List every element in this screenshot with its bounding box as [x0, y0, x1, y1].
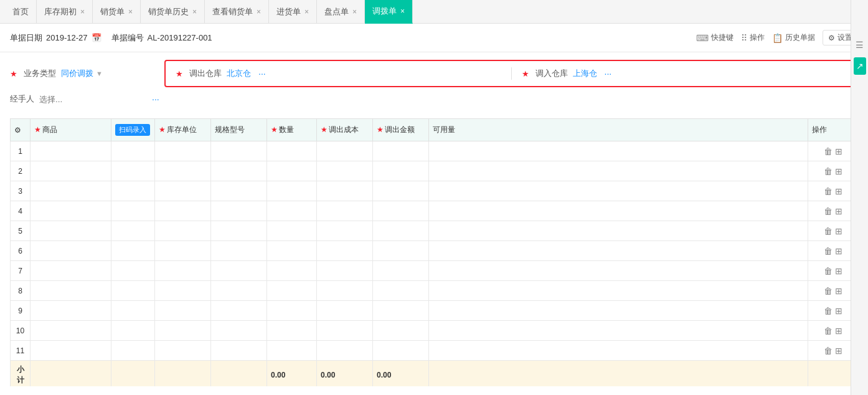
biz-type-select[interactable]: 同价调拨 ▼ — [61, 68, 154, 79]
delete-icon[interactable]: 🗑 — [824, 266, 833, 276]
unit-cell[interactable] — [155, 341, 211, 361]
delete-icon[interactable]: 🗑 — [824, 206, 833, 216]
product-cell[interactable] — [31, 141, 111, 161]
spec-cell[interactable] — [211, 261, 267, 281]
handler-input[interactable] — [39, 95, 144, 104]
tab-sales-order[interactable]: 销货单 × — [93, 0, 141, 24]
unit-cell[interactable] — [155, 241, 211, 261]
delete-icon[interactable]: 🗑 — [824, 346, 833, 356]
spec-cell[interactable] — [211, 281, 267, 301]
product-cell[interactable] — [31, 181, 111, 201]
unit-cell[interactable] — [155, 201, 211, 221]
copy-icon[interactable]: ⊞ — [835, 306, 842, 316]
spec-cell[interactable] — [211, 321, 267, 341]
handler-more[interactable]: ··· — [152, 94, 159, 104]
amount-cell[interactable] — [373, 321, 429, 341]
unit-cell[interactable] — [155, 181, 211, 201]
copy-icon[interactable]: ⊞ — [835, 146, 842, 156]
spec-cell[interactable] — [211, 161, 267, 181]
qty-cell[interactable] — [267, 321, 317, 341]
spec-cell[interactable] — [211, 181, 267, 201]
sidebar-list-icon[interactable]: ☰ — [853, 37, 866, 52]
delete-icon[interactable]: 🗑 — [824, 246, 833, 256]
qty-cell[interactable] — [267, 261, 317, 281]
copy-icon[interactable]: ⊞ — [835, 246, 842, 256]
spec-cell[interactable] — [211, 241, 267, 261]
copy-icon[interactable]: ⊞ — [835, 326, 842, 336]
close-stocktake[interactable]: × — [352, 7, 357, 16]
unit-cell[interactable] — [155, 141, 211, 161]
qty-cell[interactable] — [267, 161, 317, 181]
qty-cell[interactable] — [267, 341, 317, 361]
unit-cell[interactable] — [155, 301, 211, 321]
product-cell[interactable] — [31, 321, 111, 341]
qty-cell[interactable] — [267, 301, 317, 321]
product-cell[interactable] — [31, 301, 111, 321]
scan-button[interactable]: 扫码录入 — [115, 124, 150, 136]
qty-cell[interactable] — [267, 241, 317, 261]
product-cell[interactable] — [31, 201, 111, 221]
cost-cell[interactable] — [317, 141, 373, 161]
product-cell[interactable] — [31, 261, 111, 281]
delete-icon[interactable]: 🗑 — [824, 146, 833, 156]
cost-cell[interactable] — [317, 181, 373, 201]
tab-purchase-order[interactable]: 进货单 × — [269, 0, 317, 24]
amount-cell[interactable] — [373, 141, 429, 161]
spec-cell[interactable] — [211, 141, 267, 161]
cost-cell[interactable] — [317, 161, 373, 181]
copy-icon[interactable]: ⊞ — [835, 226, 842, 236]
delete-icon[interactable]: 🗑 — [824, 226, 833, 236]
copy-icon[interactable]: ⊞ — [835, 266, 842, 276]
history-action[interactable]: 📋 历史单据 — [772, 32, 815, 43]
spec-cell[interactable] — [211, 221, 267, 241]
copy-icon[interactable]: ⊞ — [835, 166, 842, 176]
shortcuts-action[interactable]: ⌨ 快捷键 — [696, 32, 734, 43]
qty-cell[interactable] — [267, 281, 317, 301]
tab-inventory-init[interactable]: 库存期初 × — [37, 0, 93, 24]
amount-cell[interactable] — [373, 181, 429, 201]
amount-cell[interactable] — [373, 301, 429, 321]
close-inventory-init[interactable]: × — [80, 7, 85, 16]
tab-stocktake[interactable]: 盘点单 × — [317, 0, 365, 24]
spec-cell[interactable] — [211, 341, 267, 361]
close-sales-order[interactable]: × — [128, 7, 133, 16]
out-warehouse-more[interactable]: ··· — [258, 69, 266, 79]
cost-cell[interactable] — [317, 321, 373, 341]
col-settings-header[interactable]: ⚙ — [11, 119, 31, 141]
amount-cell[interactable] — [373, 341, 429, 361]
in-warehouse-more[interactable]: ··· — [605, 69, 612, 79]
tab-transfer[interactable]: 调拨单 × — [365, 0, 413, 24]
delete-icon[interactable]: 🗑 — [824, 306, 833, 316]
amount-cell[interactable] — [373, 261, 429, 281]
qty-cell[interactable] — [267, 141, 317, 161]
unit-cell[interactable] — [155, 281, 211, 301]
copy-icon[interactable]: ⊞ — [835, 286, 842, 296]
product-cell[interactable] — [31, 341, 111, 361]
copy-icon[interactable]: ⊞ — [835, 346, 842, 356]
product-cell[interactable] — [31, 241, 111, 261]
product-cell[interactable] — [31, 281, 111, 301]
close-sales-history[interactable]: × — [192, 7, 197, 16]
unit-cell[interactable] — [155, 221, 211, 241]
spec-cell[interactable] — [211, 201, 267, 221]
amount-cell[interactable] — [373, 221, 429, 241]
cost-cell[interactable] — [317, 281, 373, 301]
calendar-icon[interactable]: 📅 — [92, 33, 101, 42]
qty-cell[interactable] — [267, 181, 317, 201]
cost-cell[interactable] — [317, 241, 373, 261]
cost-cell[interactable] — [317, 301, 373, 321]
cost-cell[interactable] — [317, 221, 373, 241]
delete-icon[interactable]: 🗑 — [824, 326, 833, 336]
tab-home[interactable]: 首页 — [5, 0, 37, 24]
close-transfer[interactable]: × — [400, 7, 405, 16]
close-purchase-order[interactable]: × — [304, 7, 309, 16]
qty-cell[interactable] — [267, 201, 317, 221]
amount-cell[interactable] — [373, 161, 429, 181]
product-cell[interactable] — [31, 161, 111, 181]
tab-sales-history[interactable]: 销货单历史 × — [141, 0, 205, 24]
tab-view-sales[interactable]: 查看销货单 × — [205, 0, 269, 24]
unit-cell[interactable] — [155, 261, 211, 281]
qty-cell[interactable] — [267, 221, 317, 241]
cost-cell[interactable] — [317, 201, 373, 221]
amount-cell[interactable] — [373, 281, 429, 301]
